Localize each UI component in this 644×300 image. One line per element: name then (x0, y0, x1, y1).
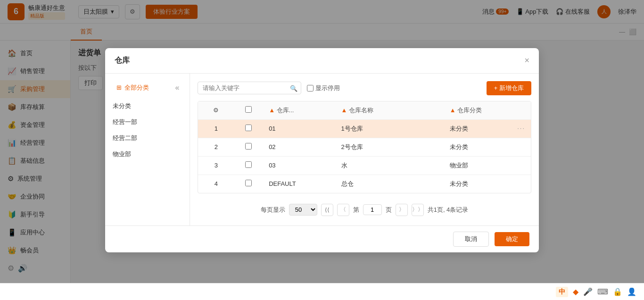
first-page-button[interactable]: ⟨⟨ (321, 204, 333, 216)
pagination: 每页显示 50 10 20 100 ⟨⟨ 〈 第 页 〉 〉〉 共1页, 4条记… (198, 199, 531, 218)
search-input[interactable] (198, 82, 301, 94)
sort-icon: ▲ (269, 107, 275, 114)
grid-icon: ⊞ (116, 84, 122, 91)
row-checkbox[interactable] (245, 161, 252, 168)
row-num: 4 (198, 175, 234, 193)
cat-operations-2[interactable]: 经营二部 (105, 130, 190, 146)
row-check[interactable] (234, 156, 263, 175)
th-category: ▲ 仓库分类 (444, 101, 531, 120)
th-gear: ⚙ (198, 101, 234, 120)
th-check (234, 101, 263, 120)
add-warehouse-button[interactable]: + 新增仓库 (487, 81, 531, 95)
warehouse-modal: 仓库 × ⊞ 全部分类 « 未分类 经营一部 (105, 48, 539, 252)
sort-name-icon: ▲ (341, 107, 347, 114)
row-num: 1 (198, 119, 234, 138)
cat-all[interactable]: ⊞ 全部分类 (109, 80, 157, 96)
table-row[interactable]: 1 01 1号仓库 未分类 ··· (198, 119, 531, 138)
table: ⚙ ▲ 仓库... ▲ 仓库名称 (198, 101, 531, 193)
collapse-button[interactable]: « (171, 81, 184, 94)
close-button[interactable]: × (524, 56, 529, 66)
modal-body: ⊞ 全部分类 « 未分类 经营一部 经营二部 物业部 (105, 74, 539, 225)
total-info: 共1页, 4条记录 (428, 206, 469, 214)
category-sidebar: ⊞ 全部分类 « 未分类 经营一部 经营二部 物业部 (105, 74, 190, 225)
th-code: ▲ 仓库... (263, 101, 335, 120)
dot-icon: ◆ (573, 287, 578, 296)
row-name: 总仓 (336, 175, 444, 193)
row-checkbox[interactable] (245, 180, 252, 186)
modal-title: 仓库 (115, 56, 130, 66)
user-icon[interactable]: 👤 (627, 287, 636, 296)
row-checkbox[interactable] (245, 143, 252, 150)
row-check[interactable] (234, 175, 263, 193)
modal-overlay: 仓库 × ⊞ 全部分类 « 未分类 经营一部 (0, 0, 644, 300)
search-box: 🔍 (198, 82, 301, 94)
th-name: ▲ 仓库名称 (336, 101, 444, 120)
table-header-row: ⚙ ▲ 仓库... ▲ 仓库名称 (198, 101, 531, 120)
next-page-button[interactable]: 〉 (396, 204, 408, 216)
zh-icon[interactable]: 中 (556, 287, 568, 297)
mic-icon[interactable]: 🎤 (583, 287, 593, 296)
table-row[interactable]: 3 03 水 物业部 (198, 156, 531, 175)
row-num: 3 (198, 156, 234, 175)
bottom-bar: 中 ◆ 🎤 ⌨ 🔒 👤 (0, 283, 644, 300)
prev-page-button[interactable]: 〈 (337, 204, 349, 216)
warehouse-table: ⚙ ▲ 仓库... ▲ 仓库名称 (198, 101, 531, 193)
row-checkbox[interactable] (245, 125, 252, 131)
lock-icon[interactable]: 🔒 (613, 287, 622, 296)
table-row[interactable]: 4 DEFAULT 总仓 未分类 (198, 175, 531, 193)
cat-operations-1[interactable]: 经营一部 (105, 114, 190, 130)
cancel-button[interactable]: 取消 (453, 232, 489, 247)
row-code: DEFAULT (263, 175, 335, 193)
show-disabled-checkbox[interactable] (307, 85, 314, 92)
sort-cat-icon: ▲ (450, 107, 456, 114)
show-disabled-label[interactable]: 显示停用 (307, 84, 340, 92)
last-page-button[interactable]: 〉〉 (412, 204, 424, 216)
row-code: 02 (263, 138, 335, 156)
search-icon[interactable]: 🔍 (290, 84, 297, 92)
cat-property[interactable]: 物业部 (105, 146, 190, 162)
row-category: 未分类 (444, 138, 531, 156)
keyboard-icon[interactable]: ⌨ (597, 287, 608, 296)
row-check[interactable] (234, 138, 263, 156)
select-all-checkbox[interactable] (245, 106, 252, 113)
table-row[interactable]: 2 02 2号仓库 未分类 (198, 138, 531, 156)
row-category: 物业部 (444, 156, 531, 175)
row-check[interactable] (234, 119, 263, 138)
page-input[interactable] (363, 204, 382, 215)
row-num: 2 (198, 138, 234, 156)
modal-footer: 取消 确定 (105, 225, 539, 252)
confirm-button[interactable]: 确定 (495, 232, 529, 246)
row-code: 01 (263, 119, 335, 138)
row-category: 未分类 ··· (444, 119, 531, 138)
search-bar: 🔍 显示停用 + 新增仓库 (198, 81, 531, 95)
modal-header: 仓库 × (105, 48, 539, 74)
per-page-select[interactable]: 50 10 20 100 (289, 204, 317, 216)
row-name: 1号仓库 (336, 119, 444, 138)
row-name: 2号仓库 (336, 138, 444, 156)
row-actions[interactable]: ··· (517, 125, 525, 132)
row-name: 水 (336, 156, 444, 175)
row-code: 03 (263, 156, 335, 175)
cat-uncategorized[interactable]: 未分类 (105, 98, 190, 114)
modal-main: 🔍 显示停用 + 新增仓库 ⚙ (190, 74, 539, 225)
row-category: 未分类 (444, 175, 531, 193)
